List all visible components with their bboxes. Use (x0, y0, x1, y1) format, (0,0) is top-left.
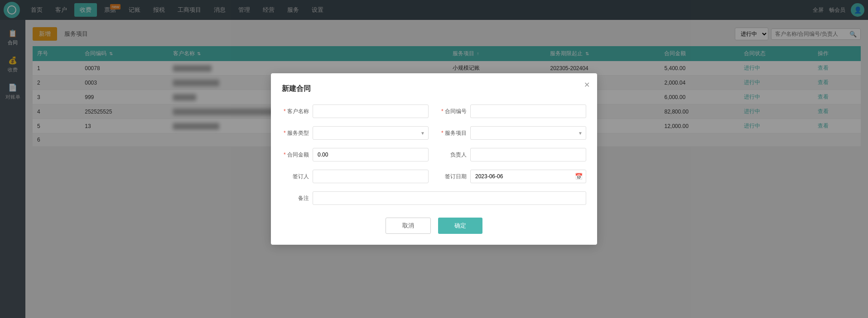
date-wrapper-sign: 📅 (470, 170, 586, 183)
field-service-type: 服务类型 ▼ (282, 126, 429, 140)
input-sign-date[interactable] (470, 170, 586, 183)
input-signer[interactable] (313, 170, 429, 183)
field-customer-name: 客户名称 (282, 104, 429, 118)
calendar-icon[interactable]: 📅 (575, 173, 583, 180)
label-signer: 签订人 (282, 173, 309, 180)
field-responsible-person: 负责人 (439, 148, 586, 161)
input-contract-amount[interactable] (313, 148, 429, 161)
label-customer-name: 客户名称 (282, 108, 309, 115)
input-remark[interactable] (313, 191, 586, 205)
label-contract-amount: 合同金额 (282, 151, 309, 159)
form-row-5: 备注 (282, 191, 586, 205)
cancel-button[interactable]: 取消 (386, 218, 431, 234)
input-contract-no[interactable] (470, 104, 586, 118)
form-row-2: 服务类型 ▼ 服务项目 ▼ (282, 126, 586, 140)
field-sign-date: 签订日期 📅 (439, 170, 586, 183)
modal-title: 新建合同 (282, 84, 586, 94)
form-row-3: 合同金额 负责人 (282, 148, 586, 161)
confirm-button[interactable]: 确定 (438, 218, 482, 234)
select-service-type[interactable] (313, 126, 429, 140)
modal-overlay[interactable]: ✕ 新建合同 客户名称 合同编号 服务类型 ▼ (0, 0, 868, 318)
field-service-item: 服务项目 ▼ (439, 126, 586, 140)
field-signer: 签订人 (282, 170, 429, 183)
select-service-item[interactable] (470, 126, 586, 140)
input-customer-name[interactable] (313, 104, 429, 118)
label-service-item: 服务项目 (439, 129, 467, 137)
field-contract-no: 合同编号 (439, 104, 586, 118)
select-wrapper-service-item: ▼ (470, 126, 586, 140)
close-icon[interactable]: ✕ (584, 81, 590, 89)
new-contract-modal: ✕ 新建合同 客户名称 合同编号 服务类型 ▼ (271, 73, 597, 245)
label-responsible-person: 负责人 (439, 151, 467, 159)
select-wrapper-service-type: ▼ (313, 126, 429, 140)
field-remark: 备注 (282, 191, 586, 205)
label-contract-no: 合同编号 (439, 108, 467, 115)
label-service-type: 服务类型 (282, 129, 309, 137)
form-row-1: 客户名称 合同编号 (282, 104, 586, 118)
label-remark: 备注 (282, 195, 309, 202)
input-responsible-person[interactable] (470, 148, 586, 161)
form-row-4: 签订人 签订日期 📅 (282, 170, 586, 183)
field-contract-amount: 合同金额 (282, 148, 429, 161)
label-sign-date: 签订日期 (439, 173, 467, 180)
modal-footer: 取消 确定 (282, 218, 586, 234)
